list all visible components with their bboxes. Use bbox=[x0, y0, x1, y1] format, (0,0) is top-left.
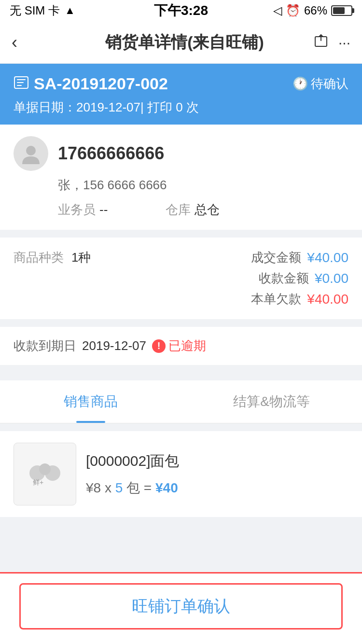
deal-amount-value: ¥40.00 bbox=[307, 250, 348, 266]
location-icon: ◁ bbox=[273, 4, 282, 17]
customer-meta: 业务员 -- 仓库 总仓 bbox=[58, 201, 348, 218]
due-date-section: 收款到期日 2019-12-07 ! 已逾期 bbox=[0, 327, 362, 365]
more-icon[interactable]: ··· bbox=[338, 34, 350, 51]
svg-point-5 bbox=[39, 463, 51, 475]
order-header-banner: SA-20191207-002 🕐 待确认 单据日期：2019-12-07| 打… bbox=[0, 64, 362, 125]
product-info: [0000002]面包 ¥8 x 5 包 = ¥40 bbox=[86, 451, 348, 497]
received-label: 收款金额 bbox=[259, 270, 309, 287]
sales-rep-value: -- bbox=[99, 202, 108, 217]
battery-icon bbox=[331, 5, 352, 16]
wifi-icon: ▲ bbox=[65, 4, 75, 17]
confirm-order-button[interactable]: 旺铺订单确认 bbox=[19, 583, 343, 630]
warehouse-label: 仓库 bbox=[166, 201, 191, 218]
overdue-badge: ! 已逾期 bbox=[152, 337, 206, 354]
overdue-icon: ! bbox=[152, 339, 166, 353]
customer-section: 17666666666 张，156 6666 6666 业务员 -- 仓库 总仓 bbox=[0, 125, 362, 230]
owed-amount-value: ¥40.00 bbox=[307, 292, 348, 307]
alarm-icon: ⏰ bbox=[286, 4, 300, 17]
status-bar: 无 SIM 卡 ▲ 下午3:28 ◁ ⏰ 66% bbox=[0, 0, 362, 21]
overdue-text: 已逾期 bbox=[168, 337, 206, 354]
customer-name: 张，156 6666 6666 bbox=[58, 177, 348, 194]
battery-percent: 66% bbox=[304, 4, 327, 17]
product-section: 鲜+ [0000002]面包 ¥8 x 5 包 = ¥40 bbox=[0, 431, 362, 517]
order-status: 🕐 待确认 bbox=[292, 75, 348, 92]
carrier-label: 无 SIM 卡 bbox=[10, 3, 60, 18]
product-type-label: 商品种类 bbox=[14, 249, 64, 266]
product-item: 鲜+ [0000002]面包 ¥8 x 5 包 = ¥40 bbox=[14, 443, 348, 505]
order-icon bbox=[14, 74, 29, 93]
page-title: 销货单详情(来自旺铺) bbox=[27, 31, 342, 54]
status-bar-left: 无 SIM 卡 ▲ bbox=[10, 3, 75, 18]
due-date-label: 收款到期日 bbox=[14, 337, 76, 354]
received-amount-row: 收款金额 ¥0.00 bbox=[259, 270, 348, 287]
customer-phone: 17666666666 bbox=[58, 143, 164, 164]
tab-settlement[interactable]: 结算&物流等 bbox=[181, 380, 362, 423]
received-amount-value: ¥0.00 bbox=[315, 271, 348, 286]
divider bbox=[0, 373, 362, 380]
customer-row: 17666666666 bbox=[14, 136, 348, 171]
tab-underline bbox=[76, 421, 105, 423]
stats-right: 成交金额 ¥40.00 收款金额 ¥0.00 本单欠款 ¥40.00 bbox=[251, 249, 348, 308]
product-name: [0000002]面包 bbox=[86, 451, 348, 471]
product-type-value: 1种 bbox=[71, 249, 91, 266]
product-thumbnail: 鲜+ bbox=[14, 443, 76, 505]
status-bar-right: ◁ ⏰ 66% bbox=[273, 4, 352, 17]
tab-sales[interactable]: 销售商品 bbox=[0, 380, 181, 423]
clock-icon: 🕐 bbox=[292, 76, 308, 91]
deal-amount-label: 成交金额 bbox=[251, 249, 301, 266]
status-bar-time: 下午3:28 bbox=[154, 1, 208, 20]
deal-amount-row: 成交金额 ¥40.00 bbox=[251, 249, 348, 266]
tab-bar: 销售商品 结算&物流等 bbox=[0, 380, 362, 423]
product-price: ¥8 x 5 包 = ¥40 bbox=[86, 479, 348, 497]
order-date: 单据日期：2019-12-07| 打印 0 次 bbox=[14, 99, 348, 116]
owed-label: 本单欠款 bbox=[251, 291, 301, 308]
warehouse-value: 总仓 bbox=[195, 201, 220, 218]
sales-rep-label: 业务员 bbox=[58, 201, 96, 218]
back-button[interactable]: ‹ bbox=[12, 32, 17, 53]
stats-section: 商品种类 1种 成交金额 ¥40.00 收款金额 ¥0.00 本单欠款 ¥40.… bbox=[0, 238, 362, 319]
order-id: SA-20191207-002 bbox=[14, 74, 168, 93]
avatar bbox=[14, 136, 48, 171]
product-total: ¥40 bbox=[155, 480, 178, 495]
product-qty: 5 bbox=[115, 480, 123, 495]
export-icon[interactable] bbox=[313, 33, 329, 52]
stats-left: 商品种类 1种 bbox=[14, 249, 91, 266]
owed-amount-row: 本单欠款 ¥40.00 bbox=[251, 291, 348, 308]
nav-actions: ··· bbox=[313, 33, 350, 52]
svg-text:鲜+: 鲜+ bbox=[33, 478, 43, 486]
nav-bar: ‹ 销货单详情(来自旺铺) ··· bbox=[0, 21, 362, 64]
svg-point-2 bbox=[26, 146, 36, 155]
due-date-value: 2019-12-07 bbox=[82, 338, 146, 353]
confirm-button-wrap: 旺铺订单确认 bbox=[0, 572, 362, 644]
